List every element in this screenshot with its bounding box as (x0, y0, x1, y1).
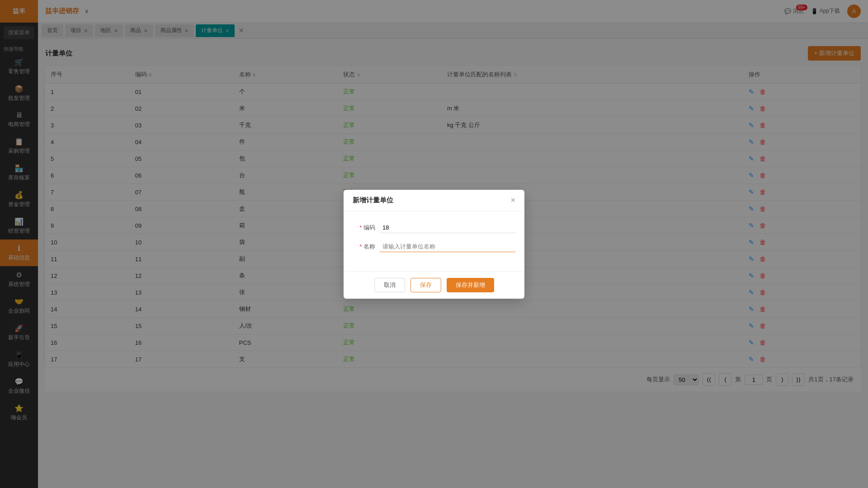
modal-close-button[interactable]: × (510, 196, 515, 204)
name-label: 名称 (353, 243, 380, 251)
modal-header: 新增计量单位 × (344, 190, 524, 211)
modal-body: 编码 名称 (344, 211, 524, 271)
add-unit-modal: 新增计量单位 × 编码 名称 取消 保存 保存并新增 (344, 190, 524, 299)
form-item-name: 名称 (353, 241, 515, 252)
save-and-new-button[interactable]: 保存并新增 (447, 278, 494, 292)
save-button[interactable]: 保存 (410, 278, 441, 292)
cancel-button[interactable]: 取消 (374, 278, 405, 292)
form-item-code: 编码 (353, 222, 515, 233)
code-label: 编码 (353, 224, 380, 232)
modal-overlay: 新增计量单位 × 编码 名称 取消 保存 保存并新增 (0, 0, 868, 488)
modal-footer: 取消 保存 保存并新增 (344, 271, 524, 299)
name-input[interactable] (380, 241, 515, 252)
modal-title: 新增计量单位 (353, 196, 393, 205)
code-input[interactable] (380, 222, 515, 233)
